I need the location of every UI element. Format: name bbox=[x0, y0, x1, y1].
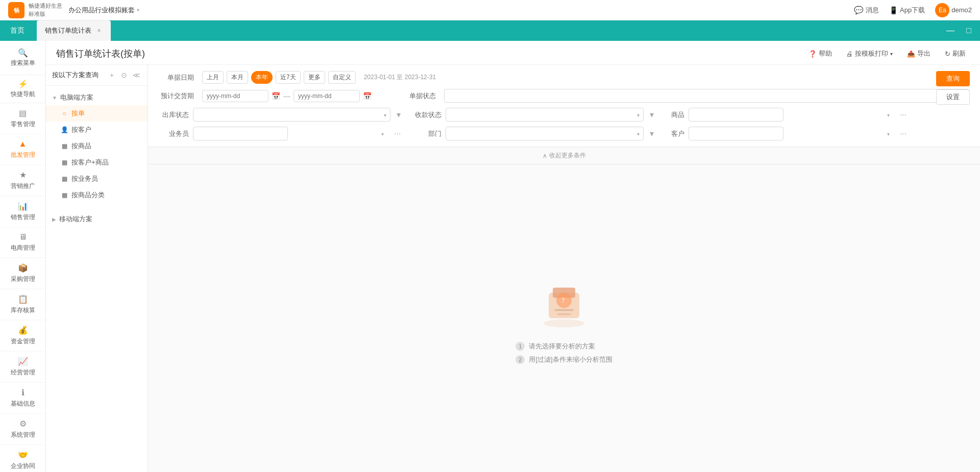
operations-icon: 📈 bbox=[18, 357, 28, 366]
logo-area: 畅 畅捷通好生意 标准版 bbox=[8, 2, 62, 18]
finance-label: 资金管理 bbox=[11, 337, 35, 346]
mobile-scheme-section: ▶ 移动端方案 bbox=[46, 207, 148, 231]
sidebar-item-operations[interactable]: 📈 经营管理 bbox=[0, 351, 45, 383]
department-select[interactable] bbox=[446, 127, 643, 140]
svg-rect-8 bbox=[557, 313, 571, 315]
inventory-label: 库存核算 bbox=[11, 306, 35, 315]
scheme-item-label: 按单 bbox=[71, 109, 85, 118]
goods-cell: 商品 ··· bbox=[664, 108, 909, 122]
sales-icon: 📊 bbox=[18, 201, 28, 211]
customer-label: 客户 bbox=[664, 129, 684, 138]
sidebar-item-ecommerce[interactable]: 🖥 电商管理 bbox=[0, 227, 45, 258]
goods-input[interactable] bbox=[689, 108, 783, 122]
sidebar-item-sales[interactable]: 📊 销售管理 bbox=[0, 196, 45, 227]
scheme-item-by-salesperson[interactable]: ▦ 按业务员 bbox=[46, 171, 148, 187]
collapse-scheme-button[interactable]: ≪ bbox=[131, 70, 141, 80]
add-scheme-button[interactable]: + bbox=[107, 70, 117, 80]
avatar: Ea bbox=[935, 3, 949, 17]
sidebar-item-finance[interactable]: 💰 资金管理 bbox=[0, 320, 45, 351]
empty-tip-1: 1 请先选择要分析的方案 bbox=[516, 342, 612, 351]
sidebar-item-retail[interactable]: ▤ 零售管理 bbox=[0, 103, 45, 134]
scheme-item-label: 按商品 bbox=[71, 141, 91, 151]
maximize-btn[interactable]: □ bbox=[962, 23, 976, 38]
delivery-status-select-wrap bbox=[193, 108, 390, 122]
collapse-bar[interactable]: ∧ 收起更多条件 bbox=[148, 147, 980, 164]
this-year-btn[interactable]: 本年 bbox=[251, 71, 273, 84]
scheme-item-by-customer[interactable]: 👤 按客户 bbox=[46, 122, 148, 138]
top-header: 畅 畅捷通好生意 标准版 办公用品行业模拟账套 ▾ 💬 消息 📱 App下载 E… bbox=[0, 0, 980, 20]
user-menu[interactable]: Ea demo2 bbox=[935, 3, 972, 17]
page-title: 销售订单统计表(按单) bbox=[56, 48, 145, 60]
sidebar-item-system[interactable]: ⚙ 系统管理 bbox=[0, 414, 45, 445]
page-actions: ❓ 帮助 🖨 按模板打印 ▾ 📤 导出 ↻ 刷新 bbox=[804, 47, 970, 60]
salesperson-input[interactable] bbox=[193, 127, 288, 140]
search-menu-label: 搜索菜单 bbox=[11, 59, 35, 67]
sidebar-item-purchase[interactable]: 📦 采购管理 bbox=[0, 258, 45, 289]
sidebar-item-wholesale[interactable]: ▲ 批发管理 bbox=[0, 134, 45, 165]
search-button[interactable]: 查询 bbox=[936, 71, 970, 86]
tip-text-2: 用[过滤]条件来缩小分析范围 bbox=[529, 355, 612, 364]
this-month-btn[interactable]: 本月 bbox=[227, 71, 248, 84]
scheme-goods-icon: ▦ bbox=[60, 142, 68, 150]
purchase-label: 采购管理 bbox=[11, 275, 35, 284]
help-button[interactable]: ❓ 帮助 bbox=[804, 47, 836, 60]
payment-status-more[interactable]: ▾ bbox=[648, 110, 656, 120]
home-tab[interactable]: 首页 bbox=[0, 20, 35, 41]
quick-nav-button[interactable]: ⚡ 快捷导航 bbox=[0, 75, 45, 103]
collapse-label: 收起更多条件 bbox=[549, 151, 586, 160]
payment-status-select[interactable] bbox=[446, 108, 643, 122]
last-month-btn[interactable]: 上月 bbox=[202, 71, 224, 84]
sidebar-item-enterprise[interactable]: 🤝 企业协同 bbox=[0, 445, 45, 472]
delivery-status-more[interactable]: ▾ bbox=[395, 110, 403, 120]
salesperson-more[interactable]: ··· bbox=[392, 129, 403, 138]
message-button[interactable]: 💬 消息 bbox=[854, 6, 879, 15]
finance-icon: 💰 bbox=[18, 325, 28, 335]
delivery-start-calendar-icon[interactable]: 📅 bbox=[272, 92, 280, 100]
message-label: 消息 bbox=[866, 6, 879, 15]
inventory-icon: 📋 bbox=[18, 294, 28, 304]
scheme-item-by-customer-goods[interactable]: ▦ 按客户+商品 bbox=[46, 154, 148, 171]
scheme-item-by-order[interactable]: ○ 按单 bbox=[46, 105, 148, 122]
sidebar-item-inventory[interactable]: 📋 库存核算 bbox=[0, 289, 45, 320]
department-select-wrap bbox=[446, 127, 643, 140]
app-download-button[interactable]: 📱 App下载 bbox=[889, 6, 925, 15]
mobile-scheme-header[interactable]: ▶ 移动端方案 bbox=[46, 211, 148, 227]
tab-close-icon[interactable]: × bbox=[95, 27, 103, 34]
empty-illustration: ? bbox=[533, 272, 595, 334]
custom-date-btn[interactable]: 自定义 bbox=[328, 71, 356, 84]
filter-grid-row2: 业务员 ··· 部门 bbox=[158, 127, 970, 140]
sidebar-item-basic-info[interactable]: ℹ 基础信息 bbox=[0, 383, 45, 414]
scheme-item-by-goods[interactable]: ▦ 按商品 bbox=[46, 138, 148, 154]
filter-section: 单据日期 上月 本月 本年 近7天 更多 自定义 2023-01-01 至 20… bbox=[148, 65, 980, 147]
print-arrow-icon: ▾ bbox=[890, 51, 893, 57]
delivery-status-select[interactable] bbox=[193, 108, 390, 122]
delivery-end-calendar-icon[interactable]: 📅 bbox=[363, 92, 372, 100]
customer-input[interactable] bbox=[689, 127, 783, 140]
search-menu-button[interactable]: 🔍 搜索菜单 bbox=[4, 45, 41, 70]
delivery-end-input[interactable] bbox=[293, 90, 360, 102]
customer-more[interactable]: ··· bbox=[898, 129, 909, 138]
order-status-select[interactable] bbox=[444, 89, 970, 103]
export-button[interactable]: 📤 导出 bbox=[903, 47, 935, 60]
sidebar-item-marketing[interactable]: ★ 营销推广 bbox=[0, 165, 45, 196]
pc-scheme-header[interactable]: ▼ 电脑端方案 bbox=[46, 90, 148, 105]
last-7days-btn[interactable]: 近7天 bbox=[276, 71, 301, 84]
refresh-button[interactable]: ↻ 刷新 bbox=[941, 47, 970, 60]
scheme-panel-tools: + ⊙ ≪ bbox=[107, 70, 141, 80]
scheme-salesperson-icon: ▦ bbox=[60, 175, 68, 183]
mobile-section-arrow: ▶ bbox=[52, 217, 56, 222]
more-date-btn[interactable]: 更多 bbox=[304, 71, 325, 84]
app-selector[interactable]: 办公用品行业模拟账套 ▾ bbox=[68, 6, 139, 15]
settings-scheme-button[interactable]: ⊙ bbox=[119, 70, 129, 80]
system-label: 系统管理 bbox=[11, 431, 35, 439]
delivery-start-input[interactable] bbox=[202, 90, 268, 102]
template-print-button[interactable]: 🖨 按模板打印 ▾ bbox=[842, 47, 897, 60]
system-icon: ⚙ bbox=[19, 419, 27, 429]
goods-more[interactable]: ··· bbox=[898, 110, 909, 120]
scheme-item-by-category[interactable]: ▦ 按商品分类 bbox=[46, 187, 148, 203]
help-icon: ❓ bbox=[808, 50, 817, 58]
minimize-btn[interactable]: — bbox=[943, 23, 958, 38]
refresh-icon: ↻ bbox=[945, 50, 950, 58]
sales-order-tab[interactable]: 销售订单统计表 × bbox=[37, 20, 111, 41]
settings-button[interactable]: 设置 bbox=[936, 89, 970, 105]
